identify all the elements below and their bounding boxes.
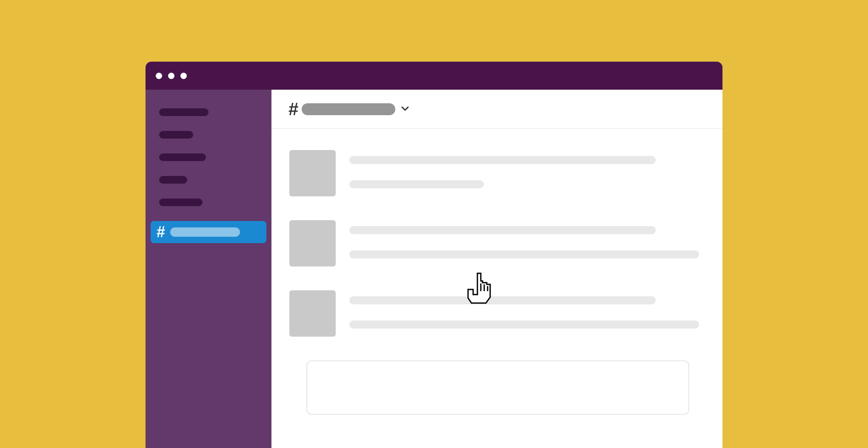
main-area: # xyxy=(271,90,722,448)
message-text xyxy=(349,290,706,337)
hash-icon: # xyxy=(288,100,298,118)
message-row xyxy=(289,220,706,267)
messages-area xyxy=(271,129,722,448)
window-control-close[interactable] xyxy=(156,73,162,79)
sidebar-nav-item[interactable] xyxy=(159,176,187,184)
avatar[interactable] xyxy=(289,220,336,267)
channel-name-placeholder xyxy=(170,227,240,237)
chevron-down-icon[interactable] xyxy=(401,105,409,113)
sidebar-nav-item[interactable] xyxy=(159,131,193,139)
avatar[interactable] xyxy=(289,290,336,337)
text-line-placeholder xyxy=(349,180,484,188)
message-row xyxy=(289,290,706,337)
avatar[interactable] xyxy=(289,150,336,196)
text-line-placeholder xyxy=(349,296,656,304)
sidebar-nav-item[interactable] xyxy=(159,153,206,161)
app-window: # # xyxy=(146,62,722,448)
title-bar xyxy=(146,62,722,90)
channel-name-placeholder xyxy=(302,103,395,115)
channel-header: # xyxy=(271,90,722,129)
hash-icon: # xyxy=(157,224,165,240)
sidebar-nav-item[interactable] xyxy=(159,198,203,206)
sidebar-nav-item[interactable] xyxy=(159,108,208,116)
message-row xyxy=(289,150,706,196)
message-text xyxy=(349,150,706,196)
text-line-placeholder xyxy=(349,250,699,258)
text-line-placeholder xyxy=(349,320,699,329)
window-control-maximize[interactable] xyxy=(180,73,187,79)
text-line-placeholder xyxy=(349,156,656,164)
app-body: # # xyxy=(146,90,722,448)
compose-input[interactable] xyxy=(306,360,689,415)
sidebar-channel-active[interactable]: # xyxy=(151,221,266,243)
sidebar: # xyxy=(146,90,271,448)
text-line-placeholder xyxy=(349,226,656,234)
message-text xyxy=(349,220,706,267)
window-control-minimize[interactable] xyxy=(168,73,174,79)
